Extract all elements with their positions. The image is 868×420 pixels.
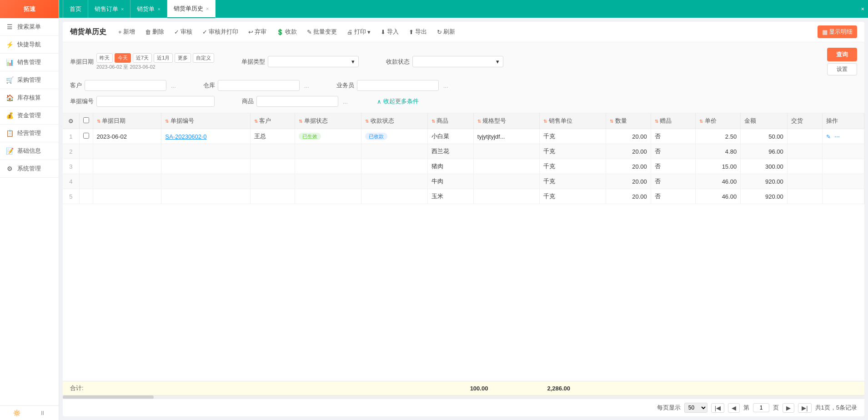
sidebar-item-search-menu[interactable]: ☰ 搜索菜单 bbox=[0, 18, 59, 36]
row-number[interactable] bbox=[161, 144, 250, 159]
col-doc-status[interactable]: ⇅ 单据状态 bbox=[295, 113, 361, 129]
audit-print-button[interactable]: ✓ 审核并打印 bbox=[199, 26, 242, 38]
abandon-button[interactable]: ↩ 弃审 bbox=[245, 26, 270, 38]
col-date[interactable]: ⇅ 单据日期 bbox=[93, 113, 161, 129]
sidebar-item-label: 快捷导航 bbox=[17, 40, 41, 49]
page-number-input[interactable] bbox=[753, 403, 769, 412]
last-page-button[interactable]: ▶| bbox=[798, 403, 811, 413]
close-sales-goods-history-icon[interactable]: × bbox=[206, 6, 209, 11]
row-spec bbox=[473, 174, 540, 189]
first-page-button[interactable]: |◀ bbox=[711, 403, 724, 413]
row-checkbox[interactable] bbox=[79, 144, 93, 159]
show-detail-icon: ▦ bbox=[822, 29, 828, 35]
warehouse-input[interactable] bbox=[218, 80, 300, 91]
print-button[interactable]: 🖨 打印 ▾ bbox=[343, 26, 374, 38]
sidebar-item-sys-mgmt[interactable]: ⚙ 系统管理 bbox=[0, 160, 59, 178]
row-number[interactable] bbox=[161, 174, 250, 189]
query-section: 查询 设置 bbox=[827, 48, 857, 75]
sidebar-item-inventory[interactable]: 🏠 库存核算 bbox=[0, 89, 59, 107]
edit-action-button[interactable]: ✎ bbox=[826, 134, 831, 140]
row-pay-status bbox=[361, 174, 427, 189]
row-customer: 王总 bbox=[250, 129, 295, 144]
basic-info-icon: 📝 bbox=[5, 147, 14, 155]
row-price: 46.00 bbox=[696, 174, 741, 189]
export-button[interactable]: ⬆ 导出 bbox=[405, 26, 431, 38]
sidebar-item-finance[interactable]: 💰 资金管理 bbox=[0, 107, 59, 125]
goods-dots[interactable]: ... bbox=[343, 98, 348, 105]
collapse-button[interactable]: ∧ 收起更多条件 bbox=[375, 95, 421, 107]
refresh-button[interactable]: ↻ 刷新 bbox=[433, 26, 459, 38]
prev-page-button[interactable]: ◀ bbox=[728, 403, 740, 413]
col-gift[interactable]: ⇅ 赠品 bbox=[651, 113, 696, 129]
more-action-button[interactable]: ⋯ bbox=[834, 134, 840, 140]
customer-dots[interactable]: ... bbox=[171, 82, 176, 89]
close-sales-order-icon[interactable]: × bbox=[121, 6, 124, 12]
row-checkbox[interactable] bbox=[79, 174, 93, 189]
select-all-checkbox[interactable] bbox=[83, 117, 89, 123]
sidebar-item-label: 系统管理 bbox=[17, 165, 41, 173]
next-page-button[interactable]: ▶ bbox=[783, 403, 794, 413]
new-button[interactable]: + 新增 bbox=[115, 26, 139, 38]
row-date bbox=[93, 174, 161, 189]
date-btn-today[interactable]: 今天 bbox=[115, 53, 131, 63]
customer-input[interactable] bbox=[85, 80, 166, 91]
doc-type-select[interactable]: ▾ bbox=[268, 56, 359, 67]
tab-sales-order[interactable]: 销售订单 × bbox=[88, 0, 130, 18]
col-number[interactable]: ⇅ 单据编号 bbox=[161, 113, 250, 129]
row-number[interactable] bbox=[161, 189, 250, 204]
batch-change-button[interactable]: ✎ 批量变更 bbox=[303, 26, 341, 38]
row-number[interactable] bbox=[161, 159, 250, 174]
date-btn-more[interactable]: 更多 bbox=[175, 53, 191, 63]
col-unit[interactable]: ⇅ 销售单位 bbox=[540, 113, 606, 129]
receive-button[interactable]: 💲 收款 bbox=[273, 26, 301, 38]
sales-staff-input[interactable] bbox=[357, 80, 439, 91]
delete-button[interactable]: 🗑 删除 bbox=[141, 26, 168, 38]
row-spec bbox=[473, 159, 540, 174]
close-all-icon[interactable]: × bbox=[861, 5, 864, 12]
sidebar-bottom-icon1[interactable]: 🔆 bbox=[13, 410, 20, 416]
goods-input[interactable] bbox=[256, 96, 338, 107]
date-btn-yesterday[interactable]: 昨天 bbox=[96, 53, 113, 63]
export-icon: ⬆ bbox=[409, 29, 414, 35]
per-page-select[interactable]: 10 20 50 100 bbox=[684, 403, 707, 413]
tab-home[interactable]: 首页 bbox=[63, 0, 88, 18]
show-detail-button[interactable]: ▦ 显示明细 bbox=[818, 25, 857, 38]
col-spec[interactable]: ⇅ 规格型号 bbox=[473, 113, 540, 129]
table-header: ⚙ ⇅ 单据日期 ⇅ 单据编号 ⇅ 客户 ⇅ 单据状态 ⇅ 收款状态 ⇅ 商品 … bbox=[63, 113, 864, 129]
tab-sales-goods-history[interactable]: 销货单历史 × bbox=[167, 0, 216, 18]
audit-button[interactable]: ✓ 审核 bbox=[171, 26, 196, 38]
doc-number-input[interactable] bbox=[96, 96, 215, 107]
row-checkbox[interactable] bbox=[79, 189, 93, 204]
sidebar-item-purchase-mgmt[interactable]: 🛒 采购管理 bbox=[0, 71, 59, 89]
row-checkbox[interactable] bbox=[79, 159, 93, 174]
sidebar-item-operations[interactable]: 📋 经营管理 bbox=[0, 125, 59, 142]
scroll-area[interactable] bbox=[63, 395, 864, 399]
warehouse-dots[interactable]: ... bbox=[304, 82, 309, 89]
close-sales-goods-icon[interactable]: × bbox=[157, 6, 160, 12]
date-btn-1month[interactable]: 近1月 bbox=[154, 53, 173, 63]
row-goods: 玉米 bbox=[427, 189, 473, 204]
query-button[interactable]: 查询 bbox=[827, 48, 857, 61]
page-suffix: 页 bbox=[773, 404, 779, 412]
col-settings[interactable]: ⚙ bbox=[63, 113, 79, 129]
sidebar-item-basic-info[interactable]: 📝 基础信息 bbox=[0, 142, 59, 160]
date-btn-custom[interactable]: 自定义 bbox=[193, 53, 214, 63]
col-goods[interactable]: ⇅ 商品 bbox=[427, 113, 473, 129]
import-button[interactable]: ⬇ 导入 bbox=[377, 26, 402, 38]
col-pay-status[interactable]: ⇅ 收款状态 bbox=[361, 113, 427, 129]
sidebar-item-quick-nav[interactable]: ⚡ 快捷导航 bbox=[0, 36, 59, 54]
sidebar-bottom-icon2[interactable]: ⏸ bbox=[40, 410, 45, 416]
col-customer[interactable]: ⇅ 客户 bbox=[250, 113, 295, 129]
sidebar-item-sales-mgmt[interactable]: 📊 销售管理 bbox=[0, 54, 59, 71]
payment-status-select[interactable]: ▾ bbox=[412, 56, 503, 67]
row-checkbox[interactable] bbox=[79, 129, 93, 144]
sales-staff-dots[interactable]: ... bbox=[443, 82, 448, 89]
col-qty[interactable]: ⇅ 数量 bbox=[606, 113, 651, 129]
row-select-checkbox[interactable] bbox=[83, 133, 89, 139]
row-number[interactable]: SA-20230602-0 bbox=[161, 129, 250, 144]
col-price[interactable]: ⇅ 单价 bbox=[696, 113, 741, 129]
date-btn-7days[interactable]: 近7天 bbox=[133, 53, 152, 63]
tab-sales-goods[interactable]: 销货单 × bbox=[130, 0, 167, 18]
doc-number-link[interactable]: SA-20230602-0 bbox=[165, 133, 206, 140]
settings-button[interactable]: 设置 bbox=[827, 63, 857, 75]
